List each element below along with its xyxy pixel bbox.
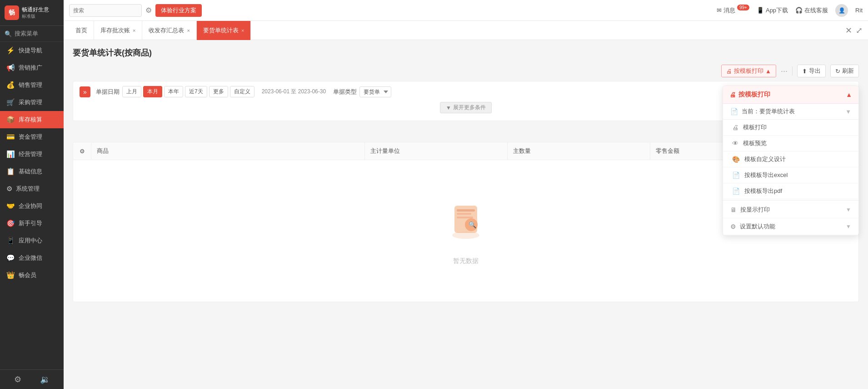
sidebar-item-purchase[interactable]: 🛒 采购管理: [0, 94, 64, 111]
logo-area: 畅 畅通好生意 标准版: [0, 0, 64, 26]
headset-icon: 🎧: [795, 7, 803, 14]
sidebar-item-finance[interactable]: 💳 资金管理: [0, 128, 64, 146]
table-col-unit: 主计量单位: [365, 142, 508, 160]
empty-icon: 🔍: [443, 197, 489, 251]
sidebar-item-collab[interactable]: 🤝 企业协同: [0, 197, 64, 215]
svg-rect-4: [457, 217, 473, 218]
sidebar-item-base[interactable]: 📋 基础信息: [0, 163, 64, 180]
tab-home[interactable]: 首页: [69, 21, 94, 40]
date-btn-7days[interactable]: 近7天: [185, 86, 207, 97]
wechat-icon: 💬: [6, 254, 15, 262]
newbie-icon: 🎯: [6, 219, 15, 227]
sidebar-item-operation[interactable]: 📊 经营管理: [0, 146, 64, 163]
tab-batch-close[interactable]: ×: [133, 28, 135, 33]
marketing-icon: 📢: [6, 64, 15, 72]
inventory-icon: 📦: [6, 116, 15, 124]
dropdown-set-default[interactable]: ⚙ 设置默认功能 ▼: [723, 218, 858, 235]
date-range: 2023-06-01 至 2023-06-30: [262, 88, 326, 96]
tab-collect[interactable]: 收发存汇总表 ×: [142, 21, 196, 40]
filter-expand-btn[interactable]: »: [80, 86, 90, 97]
table-col-gear[interactable]: ⚙: [73, 143, 91, 159]
refresh-btn[interactable]: ↻ 刷新: [830, 65, 859, 77]
tab-controls: ✕ ⤢: [845, 25, 863, 35]
svg-rect-3: [457, 213, 471, 215]
gear-icon[interactable]: ⚙: [145, 6, 152, 15]
template-pdf-icon: 📄: [732, 187, 740, 195]
dropdown-header[interactable]: 🖨 按模板打印 ▲: [723, 86, 858, 104]
app-name: 畅通好生意: [22, 6, 49, 14]
current-badge[interactable]: 📄 当前：要货单统计表 ▼: [723, 104, 858, 120]
topbar-right: ✉ 消息 99+ 📱 App下载 🎧 在线客服 👤 Rit: [717, 4, 863, 17]
app-download-item[interactable]: 📱 App下载: [757, 6, 788, 15]
sidebar-item-inventory[interactable]: 📦 库存核算: [0, 111, 64, 128]
user-name: Rit: [855, 7, 863, 14]
date-btn-more[interactable]: 更多: [209, 86, 228, 97]
toolbar-divider: [792, 66, 793, 76]
logo-icon: 畅: [5, 5, 19, 20]
dropdown-section: 📄 当前：要货单统计表 ▼ 🖨 模板打印 👁 模板预览 🎨 模板自定义设计: [723, 104, 858, 235]
dropdown-item-template-preview[interactable]: 👁 模板预览: [723, 136, 858, 152]
dropdown-display-print[interactable]: 🖥 按显示打印 ▼: [723, 202, 858, 218]
sidebar-item-system[interactable]: ⚙ 系统管理: [0, 180, 64, 197]
member-icon: 👑: [6, 271, 15, 279]
display-print-arrow: ▼: [846, 207, 851, 213]
toolbar-row: 🖨 按模板打印 ▲ ··· ⬆ 导出 ↻ 刷新: [73, 65, 859, 77]
message-badge: 99+: [737, 5, 749, 10]
trial-btn[interactable]: 体验行业方案: [155, 4, 202, 17]
purchase-icon: 🛒: [6, 98, 15, 106]
tab-expand-icon[interactable]: ⤢: [856, 25, 863, 35]
topbar-left: ⚙ 体验行业方案: [69, 4, 202, 17]
message-item[interactable]: ✉ 消息 99+: [717, 6, 749, 15]
dropdown-item-template-print[interactable]: 🖨 模板打印: [723, 120, 858, 136]
settings-bottom-icon[interactable]: ⚙: [14, 374, 21, 384]
sidebar-item-shortcut[interactable]: ⚡ 快捷导航: [0, 42, 64, 59]
dropdown-divider-1: [723, 200, 858, 201]
base-icon: 📋: [6, 167, 15, 176]
tab-order-stat-close[interactable]: ×: [241, 28, 244, 33]
tab-close-icon[interactable]: ✕: [845, 25, 852, 35]
expand-more-btn[interactable]: ▼ 展开更多条件: [440, 102, 492, 113]
export-btn[interactable]: ⬆ 导出: [797, 65, 826, 77]
search-input[interactable]: [69, 4, 142, 17]
template-print-icon: 🖨: [732, 124, 738, 131]
sidebar-item-newbie[interactable]: 🎯 新手引导: [0, 215, 64, 232]
display-print-icon: 🖥: [730, 206, 737, 213]
current-arrow: ▼: [845, 108, 851, 115]
main-area: ⚙ 体验行业方案 ✉ 消息 99+ 📱 App下载 🎧 在线客服 👤 Rit: [64, 0, 868, 389]
print-btn[interactable]: 🖨 按模板打印 ▲: [721, 65, 776, 77]
sidebar: 畅 畅通好生意 标准版 🔍 搜索菜单 ⚡ 快捷导航 📢 营销推广 💰 销售管理 …: [0, 0, 64, 389]
tab-order-stat[interactable]: 要货单统计表 ×: [197, 21, 251, 40]
sidebar-search[interactable]: 🔍 搜索菜单: [0, 26, 64, 42]
dropdown-arrow-up[interactable]: ▲: [846, 91, 852, 98]
set-default-icon: ⚙: [730, 223, 736, 230]
sidebar-item-marketing[interactable]: 📢 营销推广: [0, 59, 64, 76]
sidebar-item-member[interactable]: 👑 畅会员: [0, 267, 64, 284]
date-btn-this-month[interactable]: 本月: [143, 86, 162, 97]
avatar[interactable]: 👤: [835, 4, 848, 17]
message-icon: ✉: [717, 7, 722, 14]
dropdown-item-template-excel[interactable]: 📄 按模板导出excel: [723, 167, 858, 183]
shortcut-icon: ⚡: [6, 46, 15, 55]
sidebar-item-appstore[interactable]: 📱 应用中心: [0, 232, 64, 249]
print-red-icon: 🖨: [729, 91, 736, 98]
svg-rect-2: [457, 209, 475, 212]
date-btn-last-month[interactable]: 上月: [122, 86, 141, 97]
help-bottom-icon[interactable]: 🔉: [40, 374, 50, 384]
empty-text: 暂无数据: [453, 257, 479, 265]
dots-icon[interactable]: ···: [781, 66, 788, 76]
type-select[interactable]: 要货单: [359, 86, 391, 97]
template-excel-icon: 📄: [732, 172, 740, 179]
dropdown-panel: 🖨 按模板打印 ▲ 📄 当前：要货单统计表 ▼ 🖨 模板打印: [723, 86, 859, 236]
sidebar-item-sales[interactable]: 💰 销售管理: [0, 76, 64, 94]
search-icon: 🔍: [5, 30, 12, 37]
tab-collect-close[interactable]: ×: [187, 28, 190, 33]
sidebar-item-wechat[interactable]: 💬 企业微信: [0, 249, 64, 267]
date-btn-this-year[interactable]: 本年: [164, 86, 183, 97]
dropdown-item-template-pdf[interactable]: 📄 按模板导出pdf: [723, 183, 858, 199]
online-service-item[interactable]: 🎧 在线客服: [795, 6, 828, 15]
dropdown-item-template-design[interactable]: 🎨 模板自定义设计: [723, 152, 858, 167]
tab-batch[interactable]: 库存批次账 ×: [94, 21, 142, 40]
app-sub: 标准版: [22, 13, 49, 20]
finance-icon: 💳: [6, 133, 15, 141]
date-btn-custom[interactable]: 自定义: [230, 86, 254, 97]
